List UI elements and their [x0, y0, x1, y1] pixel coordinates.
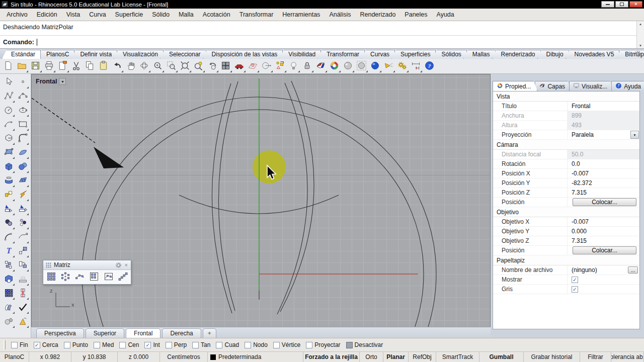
nombre-archivo-value[interactable]: (ninguno)... [568, 265, 639, 275]
tab-visualizacion[interactable]: Visualización [114, 50, 164, 59]
menu-malla[interactable]: Malla [174, 9, 198, 20]
tab-estandar[interactable]: Estándar [2, 50, 41, 59]
close-button[interactable]: × [629, 1, 642, 8]
dimension-tool[interactable] [16, 287, 29, 300]
tab-novedades[interactable]: Novedades V5 [566, 50, 620, 59]
tab-renderizado[interactable]: Renderizado [492, 50, 541, 59]
copy-button[interactable] [83, 60, 97, 73]
record-history-toggle[interactable]: Grabar historial [524, 352, 580, 362]
undo-view-button[interactable] [205, 60, 219, 73]
osnap-cen[interactable]: Cen [119, 341, 139, 348]
viewport-menu-button[interactable]: ▼ [59, 78, 66, 85]
paste-button[interactable] [97, 60, 110, 73]
four-viewports-button[interactable] [219, 60, 232, 73]
menu-herramientas[interactable]: Herramientas [278, 9, 325, 20]
command-history[interactable]: Deshaciendo MatrizPolar [0, 21, 644, 36]
ellipse-tool[interactable] [16, 104, 29, 117]
perp-checkbox[interactable] [166, 342, 172, 348]
menu-transformar[interactable]: Transformar [235, 9, 278, 20]
boolean-union-tool[interactable] [2, 189, 15, 202]
array-in-grid-button[interactable] [88, 271, 101, 283]
menu-archivo[interactable]: Archivo [2, 9, 32, 20]
selection-filter-button[interactable] [273, 60, 287, 73]
command-scrollbar[interactable]: ▲ ▼ [636, 21, 644, 48]
osnap-cuad[interactable]: Cuad [216, 341, 239, 348]
loft-tool[interactable] [2, 174, 15, 188]
ghosted-mode-button[interactable] [355, 60, 368, 73]
tab-definir-vista[interactable]: Definir vista [71, 50, 117, 59]
surface-grid-tool[interactable] [16, 174, 29, 188]
cen-checkbox[interactable] [119, 342, 126, 348]
osnap-proyectar[interactable]: Proyectar [306, 341, 340, 348]
pan-button[interactable] [124, 60, 137, 73]
minimize-button[interactable] [601, 1, 614, 8]
osnap-punto[interactable]: Punto [64, 341, 88, 348]
panel-tab-capas[interactable]: Capas [535, 81, 572, 91]
osnap-tan[interactable]: Tan [192, 341, 210, 348]
osnap-grip[interactable] [4, 340, 6, 349]
browse-button[interactable]: ... [628, 266, 638, 274]
save-button[interactable] [29, 60, 42, 73]
box-tool[interactable] [2, 160, 15, 173]
fillet-corner-tool[interactable] [16, 132, 29, 145]
tolerance-status[interactable]: Tolerancia ab... [611, 352, 644, 362]
osnap-toggle[interactable]: RefObj [409, 352, 436, 362]
polygon-tool[interactable] [2, 132, 15, 145]
tab-disposicion[interactable]: Disposición de las vistas [203, 50, 283, 59]
panel-tab-propiedades[interactable]: Propied... [493, 81, 537, 91]
scale-tool[interactable] [16, 245, 29, 258]
tab-curvas[interactable]: Curvas [361, 50, 395, 59]
viewport-tab-frontal[interactable]: Frontal [126, 328, 160, 338]
matriz-palette[interactable]: Matriz × [43, 260, 131, 285]
layers-panel-button[interactable] [314, 60, 328, 73]
filter-toggle[interactable]: Filtrar [580, 352, 611, 362]
posicion-z-value[interactable]: 7.315 [568, 188, 639, 197]
menu-solido[interactable]: Sólido [147, 9, 174, 20]
palette-close-icon[interactable]: × [124, 262, 129, 268]
tab-visibilidad[interactable]: Visibilidad [279, 50, 321, 59]
menu-analisis[interactable]: Análisis [325, 9, 355, 20]
cplane-button[interactable] [246, 60, 260, 73]
titulo-value[interactable]: Frontal [568, 102, 639, 111]
zoom-selected-button[interactable] [192, 60, 205, 73]
split-tool[interactable] [16, 203, 29, 216]
smarttrack-toggle[interactable]: SmartTrack [436, 352, 479, 362]
undo-button[interactable] [110, 60, 124, 73]
cplane-status[interactable]: PlanoC [0, 352, 29, 362]
surface-from-points-tool[interactable] [2, 146, 15, 159]
array-along-curve-button[interactable] [73, 271, 87, 283]
tab-dibujo[interactable]: Dibujo [537, 50, 569, 59]
int-checkbox[interactable] [144, 342, 151, 348]
ortho-toggle[interactable]: Orto [360, 352, 383, 362]
point-cloud-tool[interactable] [16, 217, 29, 230]
visibility-button[interactable] [287, 60, 300, 73]
point-tool[interactable] [16, 76, 29, 89]
explode-tool[interactable] [16, 189, 29, 202]
pointer-tool[interactable] [2, 76, 15, 89]
gris-checkbox[interactable] [572, 286, 578, 293]
rotate-tool[interactable] [16, 259, 29, 272]
proyeccion-dropdown-button[interactable]: ▼ [630, 131, 639, 139]
render-tools[interactable] [16, 315, 29, 328]
array-tool[interactable] [2, 287, 15, 300]
new-file-button[interactable] [2, 60, 15, 73]
trim-tool[interactable] [2, 203, 15, 216]
array-rectangular-button[interactable] [45, 271, 58, 283]
properties-panel-button[interactable] [328, 60, 341, 73]
zoom-extents-button[interactable] [178, 60, 192, 73]
tan-checkbox[interactable] [192, 342, 199, 348]
objetivo-colocar-button[interactable]: Colocar... [573, 246, 636, 254]
frontal-viewport[interactable]: Frontal ▼ z x Matriz × [31, 74, 491, 327]
help-button[interactable]: ? [423, 60, 436, 73]
panel-tab-visualizacion[interactable]: Visualiz... [569, 81, 614, 91]
planar-toggle[interactable]: Planar [383, 352, 409, 362]
tab-options-gear-icon[interactable] [634, 50, 641, 57]
scroll-up-icon[interactable]: ▲ [639, 22, 642, 26]
circle-tool[interactable] [2, 104, 15, 117]
vertice-checkbox[interactable] [273, 342, 280, 348]
lock-button[interactable] [300, 60, 314, 73]
zoom-window-button[interactable] [165, 60, 178, 73]
posicion-x-value[interactable]: -0.007 [568, 169, 639, 178]
objetivo-y-value[interactable]: 0.000 [568, 227, 639, 236]
menu-renderizado[interactable]: Renderizado [355, 9, 400, 20]
